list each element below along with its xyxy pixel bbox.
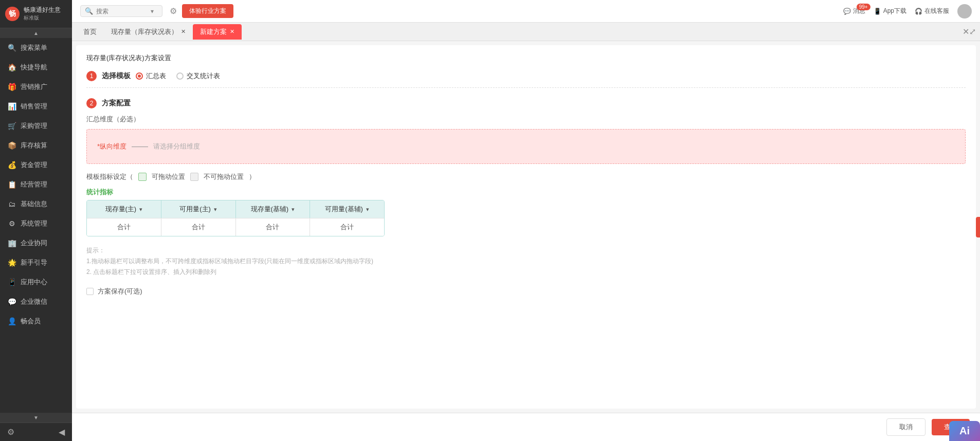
dimension-required-label: *纵向维度	[97, 142, 126, 151]
collapse-icon[interactable]: ◀	[59, 427, 65, 437]
step2-header: 2 方案配置	[86, 98, 966, 108]
sidebar-label-app-center: 应用中心	[21, 278, 47, 287]
stats-cell-3: 合计	[310, 218, 384, 236]
settings-icon[interactable]: ⚙	[7, 427, 14, 437]
sidebar-item-purchase[interactable]: 🛒 采购管理	[0, 116, 72, 136]
app-name: 畅康通好生意	[24, 6, 61, 14]
stats-cell-1: 合计	[161, 218, 236, 236]
stats-header-col2[interactable]: 可用量(主) ▾	[161, 200, 236, 218]
sidebar-item-basic-info[interactable]: 🗂 基础信息	[0, 194, 72, 214]
sidebar-item-operation[interactable]: 📋 经营管理	[0, 175, 72, 194]
stats-cell-2: 合计	[236, 218, 311, 236]
stats-cell-0: 合计	[87, 218, 161, 236]
sidebar-icon-enterprise: 🏢	[7, 238, 16, 248]
sidebar-nav: 🔍 搜索菜单 🏠 快捷导航 🎁 营销推广 📊 销售管理 🛒 采购管理 📦 库存核…	[0, 38, 72, 413]
search-icon: 🔍	[85, 7, 93, 15]
sidebar-icon-finance: 💰	[7, 160, 16, 170]
tab-inventory-status[interactable]: 现存量（库存状况表） ✕	[104, 24, 193, 40]
sidebar-icon-marketing: 🎁	[7, 82, 16, 91]
radio-cross-dot	[176, 72, 184, 80]
stats-table: 现存量(主) ▾可用量(主) ▾现存量(基辅) ▾可用量(基辅) ▾ 合计合计合…	[86, 200, 385, 236]
stats-label: 统计指标	[86, 188, 966, 197]
search-input[interactable]	[96, 8, 148, 15]
sidebar-label-quick-nav: 快捷导航	[21, 63, 47, 72]
app-version: 标准版	[24, 14, 61, 22]
message-action[interactable]: 💬 消息 99+	[843, 7, 865, 15]
draggable-badge	[138, 173, 147, 181]
panel-close-icon[interactable]: ✕	[963, 27, 969, 36]
app-download-action[interactable]: 📱 App下载	[874, 7, 906, 15]
stats-header-col1[interactable]: 现存量(主) ▾	[87, 200, 161, 218]
sidebar-icon-inventory: 📦	[7, 141, 16, 150]
indicator-setting-suffix: ）	[249, 172, 256, 181]
sidebar-label-operation: 经营管理	[21, 180, 47, 189]
panel-expand-icon[interactable]: ⤢	[969, 27, 976, 36]
sidebar-label-inventory: 库存核算	[21, 141, 47, 150]
step1-block: 1 选择模板 汇总表 交叉统计表	[86, 71, 966, 88]
sidebar-scroll-down[interactable]: ▼	[0, 413, 72, 422]
trial-button[interactable]: 体验行业方案	[182, 4, 233, 18]
col-dropdown-icon[interactable]: ▾	[366, 206, 369, 213]
sidebar-icon-wechat: 💬	[7, 297, 16, 306]
sidebar-label-marketing: 营销推广	[21, 82, 47, 91]
stats-col-name-col4: 可用量(基辅)	[325, 205, 363, 214]
tab-inventory-close[interactable]: ✕	[181, 28, 186, 35]
sidebar-item-app-center[interactable]: 📱 应用中心	[0, 272, 72, 292]
sidebar-icon-purchase: 🛒	[7, 121, 16, 131]
step1-label: 选择模板	[102, 71, 131, 81]
gear-icon[interactable]: ⚙	[170, 6, 177, 16]
radio-summary-label: 汇总表	[146, 71, 166, 81]
search-dropdown-icon[interactable]: ▾	[151, 8, 154, 15]
stats-col-name-col1: 现存量(主)	[105, 205, 137, 214]
tab-home[interactable]: 首页	[76, 24, 104, 40]
main-content: 现存量(库存状况表)方案设置 1 选择模板 汇总表 交叉统计表	[72, 41, 980, 413]
search-box[interactable]: 🔍 ▾	[80, 5, 162, 17]
tips-section: 提示： 1.拖动标题栏可以调整布局，不可跨维度或指标区域拖动栏目字段(只能在同一…	[86, 246, 966, 277]
sidebar-item-inventory[interactable]: 📦 库存核算	[0, 136, 72, 155]
user-avatar[interactable]	[957, 4, 972, 19]
sidebar-label-purchase: 采购管理	[21, 121, 47, 131]
col-dropdown-icon[interactable]: ▾	[292, 206, 295, 213]
sidebar-scroll-up[interactable]: ▲	[0, 28, 72, 38]
tab-inventory-label: 现存量（库存状况表）	[111, 27, 178, 36]
radio-summary-dot	[136, 72, 143, 80]
sidebar-item-newbie[interactable]: 🌟 新手引导	[0, 253, 72, 272]
dimension-box[interactable]: *纵向维度 —— 请选择分组维度	[86, 129, 966, 164]
tab-new-scheme-close[interactable]: ✕	[230, 28, 234, 35]
ai-button[interactable]: Ai	[949, 421, 980, 441]
sidebar-item-finance[interactable]: 💰 资金管理	[0, 155, 72, 175]
stats-col-name-col2: 可用量(主)	[179, 205, 211, 214]
save-checkbox[interactable]	[86, 288, 94, 295]
sidebar-item-wechat[interactable]: 💬 企业微信	[0, 292, 72, 311]
tip2: 2. 点击标题栏下拉可设置排序、插入列和删除列	[86, 268, 966, 277]
sidebar-item-marketing[interactable]: 🎁 营销推广	[0, 77, 72, 97]
radio-summary[interactable]: 汇总表	[136, 71, 166, 81]
page-panel: 现存量(库存状况表)方案设置 1 选择模板 汇总表 交叉统计表	[76, 45, 976, 409]
sidebar-item-search-menu[interactable]: 🔍 搜索菜单	[0, 38, 72, 58]
sidebar-item-system[interactable]: ⚙ 系统管理	[0, 214, 72, 233]
step1-divider	[86, 87, 966, 88]
sidebar-item-enterprise[interactable]: 🏢 企业协同	[0, 233, 72, 253]
logo-icon: 畅	[5, 7, 20, 21]
tab-new-scheme[interactable]: 新建方案 ✕	[193, 24, 242, 40]
scroll-handle[interactable]	[976, 217, 980, 237]
sidebar-item-member[interactable]: 👤 畅会员	[0, 311, 72, 331]
headset-icon: 🎧	[915, 8, 922, 15]
online-service-action[interactable]: 🎧 在线客服	[915, 7, 949, 15]
action-bar: 取消 查询	[72, 413, 980, 441]
cancel-button[interactable]: 取消	[886, 418, 925, 436]
stats-header-col4[interactable]: 可用量(基辅) ▾	[310, 200, 384, 218]
stats-header-col3[interactable]: 现存量(基辅) ▾	[236, 200, 311, 218]
stats-table-header: 现存量(主) ▾可用量(主) ▾现存量(基辅) ▾可用量(基辅) ▾	[87, 200, 384, 218]
radio-cross[interactable]: 交叉统计表	[176, 71, 220, 81]
dimension-placeholder: 请选择分组维度	[153, 142, 200, 151]
sidebar-label-wechat: 企业微信	[21, 297, 47, 306]
dimension-arrow: ——	[132, 142, 148, 151]
col-dropdown-icon[interactable]: ▾	[214, 206, 217, 213]
non-draggable-badge	[190, 173, 198, 181]
sidebar: 畅 畅康通好生意 标准版 ▲ 🔍 搜索菜单 🏠 快捷导航 🎁 营销推广 📊 销售…	[0, 0, 72, 441]
step1-header: 1 选择模板 汇总表 交叉统计表	[86, 71, 966, 81]
sidebar-item-quick-nav[interactable]: 🏠 快捷导航	[0, 58, 72, 77]
col-dropdown-icon[interactable]: ▾	[139, 206, 142, 213]
sidebar-item-sales[interactable]: 📊 销售管理	[0, 97, 72, 116]
